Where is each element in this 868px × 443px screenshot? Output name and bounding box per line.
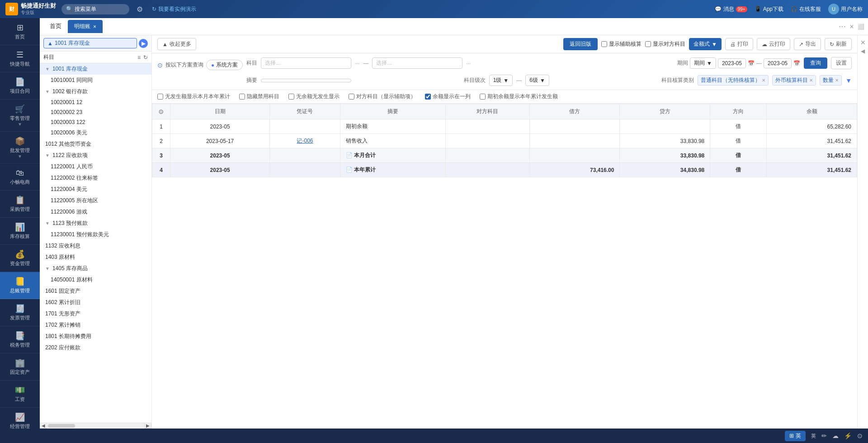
tree-item-1702[interactable]: 1702 累计摊销 — [40, 319, 151, 331]
level-end-select[interactable]: 6级 ▼ — [525, 75, 549, 86]
scheme-btn[interactable]: ● 系统方案 — [206, 60, 243, 70]
filter-tag-2-close[interactable]: ✕ — [809, 78, 813, 83]
collapse-more-btn[interactable]: ▲ 收起更多 — [157, 38, 196, 50]
tree-item-11220001[interactable]: 11220001 人民币 — [40, 161, 151, 172]
tree-item-14050001[interactable]: 14050001 原材料 — [40, 274, 151, 286]
settings-icon[interactable]: ⚙ — [137, 5, 143, 14]
tab-close-btn[interactable]: × — [93, 24, 96, 30]
tree-hscroll-thumb[interactable] — [48, 424, 75, 428]
tree-item-1122[interactable]: ▼ 1122 应收款项 — [40, 150, 151, 161]
tree-scroll-right[interactable]: ▶ — [144, 423, 151, 429]
bottom-lightning-icon[interactable]: ⚡ — [844, 432, 852, 439]
sidebar-item-inventory[interactable]: 📊 库存核算 — [0, 218, 40, 245]
sidebar-item-wholesale[interactable]: 📦 批发管理 ▼ — [0, 132, 40, 164]
option-opening-balance[interactable]: 期初余额显示本年累计发生额 — [480, 93, 558, 100]
demo-link[interactable]: 我要看实例演示 — [158, 5, 196, 13]
tab-home[interactable]: 首页 — [43, 19, 68, 35]
option-no-amount[interactable]: 无发生额显示本月本年累计 — [157, 93, 230, 100]
period-type-select[interactable]: 期间 ▼ — [690, 57, 716, 69]
show-contra-checkbox[interactable]: 显示对方科目 — [645, 40, 685, 48]
option-contra[interactable]: 对方科目（显示辅助项） — [349, 93, 416, 100]
bottom-circle-icon[interactable]: ⊙ — [857, 432, 863, 439]
tree-item-1801[interactable]: 1801 长期待摊费用 — [40, 331, 151, 342]
show-contra-input[interactable] — [645, 41, 651, 47]
window-close-btn[interactable]: ✕ — [849, 24, 854, 30]
tree-item-1403[interactable]: 1403 原材料 — [40, 252, 151, 263]
tree-hscroll[interactable] — [47, 423, 144, 428]
account-select[interactable]: 选择... — [261, 57, 351, 69]
col-settings[interactable]: ⚙ — [152, 104, 170, 119]
tree-item-1602[interactable]: 1602 累计折旧 — [40, 297, 151, 308]
right-panel-expand[interactable]: ◀ — [861, 48, 865, 54]
checkbox-opening-balance[interactable] — [480, 94, 486, 100]
tree-item-11220005[interactable]: 11220005 所在地区 — [40, 195, 151, 206]
currency-mode-btn[interactable]: 金额式 ▼ — [689, 38, 722, 50]
show-aux-input[interactable] — [601, 41, 607, 47]
window-maximize-btn[interactable]: ⬜ — [858, 24, 864, 30]
row-voucher-2[interactable]: 记-006 — [270, 134, 340, 148]
tree-refresh-icon[interactable]: ↻ — [143, 54, 148, 61]
tree-item-10010001[interactable]: 10010001 同同同 — [40, 75, 151, 86]
checkbox-contra[interactable] — [349, 94, 354, 100]
tree-item-2202[interactable]: 2202 应付账款 — [40, 342, 151, 353]
message-btn[interactable]: 💬 消息 99+ — [715, 5, 747, 13]
tree-selected-account[interactable]: ▲ 1001 库存现金 — [43, 38, 137, 48]
tree-item-1132[interactable]: 1132 应收利息 — [40, 240, 151, 252]
tree-list-icon[interactable]: ≡ — [137, 54, 141, 61]
category-more-icon[interactable]: ▼ — [845, 77, 852, 84]
filter-tag-1-close[interactable]: ✕ — [762, 78, 765, 83]
account-select-2[interactable]: 选择... — [372, 57, 462, 69]
tree-item-1405[interactable]: ▼ 1405 库存商品 — [40, 263, 151, 274]
option-no-balance[interactable]: 无余额无发生显示 — [288, 93, 340, 100]
filter-tag-3[interactable]: 数量 ✕ — [820, 75, 842, 86]
sidebar-item-fund[interactable]: 💰 资金管理 — [0, 245, 40, 272]
checkbox-hide-disabled[interactable] — [239, 94, 245, 100]
sidebar-item-invoice[interactable]: 🧾 发票管理 — [0, 299, 40, 326]
sidebar-item-home[interactable]: ⊞ 首页 — [0, 18, 40, 45]
bottom-edit-icon[interactable]: ✏ — [821, 432, 827, 439]
query-btn[interactable]: 查询 — [804, 57, 827, 69]
tree-nav-next[interactable]: ▶ — [139, 39, 148, 48]
sidebar-item-fixed-assets[interactable]: 🏢 固定资产 — [0, 353, 40, 381]
filter-tag-2[interactable]: 外币核算科目 ✕ — [772, 75, 816, 86]
refresh-btn[interactable]: ↻ 刷新 — [825, 38, 852, 50]
show-aux-checkbox[interactable]: 显示辅助核算 — [601, 40, 642, 48]
period-start-input[interactable]: 2023-05 — [718, 58, 746, 68]
sidebar-item-project[interactable]: 📄 项目合同 — [0, 72, 40, 100]
bottom-main-btn[interactable]: ⊞ 英 — [785, 431, 806, 441]
voucher-link-2[interactable]: 记-006 — [297, 138, 313, 144]
sidebar-item-tax[interactable]: 📑 税务管理 — [0, 326, 40, 353]
checkbox-no-balance[interactable] — [288, 94, 294, 100]
tree-scroll-left[interactable]: ◀ — [40, 423, 47, 429]
option-balance-column[interactable]: 余额显示在一列 — [425, 93, 471, 100]
right-panel-close[interactable]: ✕ — [860, 39, 866, 46]
tree-item-10020003[interactable]: 10020003 122 — [40, 117, 151, 127]
sidebar-item-ecommerce[interactable]: 🛍 小畅电商 — [0, 164, 40, 191]
sidebar-item-salary[interactable]: 💵 工资 — [0, 381, 40, 408]
checkbox-no-amount[interactable] — [157, 94, 163, 100]
tree-item-1012[interactable]: 1012 其他货币资金 — [40, 138, 151, 150]
level-start-select[interactable]: 1级 ▼ — [489, 75, 513, 86]
tree-item-1123[interactable]: ▼ 1123 预付账款 — [40, 218, 151, 229]
tree-item-10020002[interactable]: 10020002 23 — [40, 107, 151, 117]
print-btn[interactable]: 🖨 打印 — [725, 38, 753, 50]
period-end-input[interactable]: 2023-05 — [764, 58, 792, 68]
tree-item-1701[interactable]: 1701 无形资产 — [40, 308, 151, 319]
sidebar-item-purchase[interactable]: 📋 采购管理 — [0, 191, 40, 218]
app-download-btn[interactable]: 📱 App下载 — [755, 5, 783, 13]
filter-tag-3-close[interactable]: ✕ — [835, 78, 839, 83]
tab-ledger-detail[interactable]: 明细账 × — [68, 20, 103, 33]
search-bar[interactable]: 🔍 搜索菜单 — [61, 4, 129, 14]
tree-item-1601[interactable]: 1601 固定资产 — [40, 286, 151, 297]
tree-item-11220004[interactable]: 11220004 美元 — [40, 184, 151, 195]
sidebar-item-retail[interactable]: 🛒 零售管理 ▼ — [0, 100, 40, 132]
tree-item-1001[interactable]: ▼ 1001 库存现金 — [40, 63, 151, 75]
tree-item-11220006[interactable]: 11220006 游戏 — [40, 206, 151, 218]
checkbox-balance-column[interactable] — [425, 94, 431, 100]
online-service-btn[interactable]: 🎧 在线客服 — [791, 5, 821, 13]
summary-input[interactable] — [261, 79, 351, 82]
lang-switch-btn[interactable]: 英 — [811, 433, 816, 439]
filter-tag-1[interactable]: 普通科目（无特殊核算） ✕ — [698, 75, 769, 86]
cloud-print-btn[interactable]: ☁ 云打印 — [757, 38, 790, 50]
scheme-settings-icon[interactable]: ⊙ — [157, 62, 163, 69]
